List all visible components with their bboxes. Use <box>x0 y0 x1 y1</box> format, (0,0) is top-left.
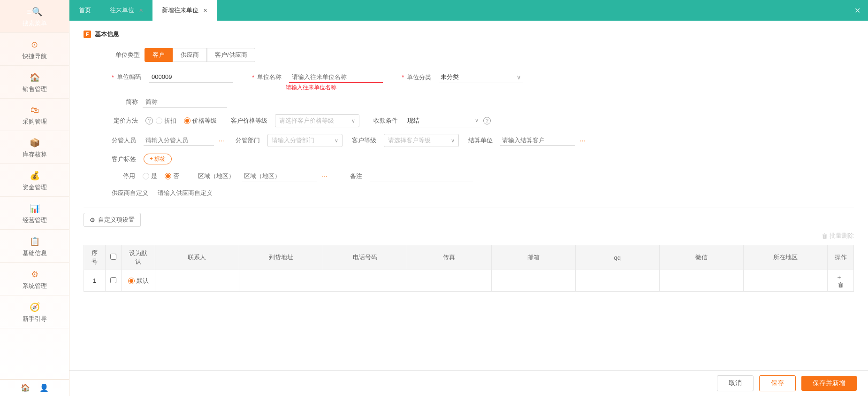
settlement-field: 结算单位 ··· <box>468 135 587 146</box>
pricing-level-circle <box>184 117 190 124</box>
sidebar-item-guide[interactable]: 🧭 新手引导 <box>0 295 69 328</box>
sidebar-item-search[interactable]: ≡🔍 搜索菜单 <box>0 0 69 33</box>
row-seq: 1 <box>84 270 106 292</box>
disabled-row: 停用 是 否 区域（地区） <box>112 171 854 181</box>
short-name-row: 简称 <box>112 96 854 108</box>
disabled-field: 停用 是 否 <box>112 172 179 180</box>
sidebar-item-inventory[interactable]: 📦 库存核算 <box>0 131 69 164</box>
payment-label: 收款条件 <box>373 116 403 125</box>
tab-partners-close[interactable]: ✕ <box>139 8 143 14</box>
supplier-custom-label: 供应商自定义 <box>112 189 153 197</box>
sidebar-item-purchase[interactable]: 🛍 采购管理 <box>0 99 69 131</box>
manager-ellipsis[interactable]: ··· <box>217 137 226 144</box>
row-qq[interactable] <box>575 270 659 292</box>
close-all-tabs[interactable]: ✕ <box>847 6 868 15</box>
col-contact: 联系人 <box>155 245 239 270</box>
region-ellipsis[interactable]: ··· <box>320 172 329 180</box>
unit-type-label: 单位类型 <box>112 51 145 59</box>
cancel-button[interactable]: 取消 <box>717 375 754 391</box>
unit-category-chevron[interactable]: ∨ <box>517 74 521 81</box>
user-icon[interactable]: 👤 <box>39 383 49 392</box>
row-fax[interactable] <box>407 270 491 292</box>
sidebar-item-finance[interactable]: 💰 资金管理 <box>0 164 69 197</box>
region-row-input[interactable] <box>748 277 822 284</box>
sidebar-item-quick-nav[interactable]: ⊙ 快捷导航 <box>0 33 69 66</box>
select-all-checkbox[interactable] <box>110 254 116 260</box>
manager-input[interactable] <box>144 135 226 145</box>
pricing-discount-radio[interactable]: 折扣 <box>156 116 176 125</box>
short-name-input[interactable] <box>143 96 227 108</box>
row-phone[interactable] <box>323 270 407 292</box>
row-actions[interactable]: ＋ 🗑 <box>828 270 854 292</box>
payment-chevron[interactable]: ∨ <box>475 117 479 124</box>
row-contact[interactable] <box>155 270 239 292</box>
sidebar-item-system[interactable]: ⚙ 系统管理 <box>0 263 69 295</box>
price-level-placeholder: 请选择客户价格等级 <box>279 116 334 125</box>
cust-level-label: 客户等级 <box>352 136 381 145</box>
row-checkbox[interactable] <box>106 270 122 292</box>
payment-help-icon[interactable]: ? <box>483 117 491 124</box>
pricing-row: 定价方法 ? 折扣 价格等级 客户价格等级 <box>112 114 854 127</box>
unit-type-both[interactable]: 客户/供应商 <box>207 48 255 62</box>
manager-label: 分管人员 <box>112 136 141 145</box>
disabled-no-radio[interactable]: 否 <box>165 172 179 180</box>
tab-home[interactable]: 首页 <box>69 0 100 21</box>
contact-input[interactable] <box>160 277 234 284</box>
cust-level-chevron[interactable]: ∨ <box>451 138 455 144</box>
tab-new-partner-close[interactable]: ✕ <box>203 8 207 14</box>
home-bottom-icon[interactable]: 🏠 <box>21 383 30 392</box>
settlement-label: 结算单位 <box>468 136 497 145</box>
pricing-level-radio[interactable]: 价格等级 <box>184 116 217 125</box>
disabled-label: 停用 <box>112 172 140 180</box>
disabled-yes-radio[interactable]: 是 <box>143 172 157 180</box>
save-button[interactable]: 保存 <box>759 375 796 391</box>
finance-icon: 💰 <box>30 171 40 181</box>
qq-input[interactable] <box>580 277 655 284</box>
settlement-ellipsis[interactable]: ··· <box>578 137 587 144</box>
add-tag-button[interactable]: + 标签 <box>144 154 172 164</box>
row-wechat[interactable] <box>659 270 743 292</box>
dept-chevron[interactable]: ∨ <box>335 138 338 144</box>
unit-type-supplier[interactable]: 供应商 <box>173 48 207 62</box>
unit-type-customer[interactable]: 客户 <box>145 48 173 62</box>
row-checkbox-input[interactable] <box>110 277 116 283</box>
region-field: 区域（地区） ··· <box>198 171 329 181</box>
fax-input[interactable] <box>412 277 486 284</box>
email-input[interactable] <box>496 277 571 284</box>
tab-new-partner[interactable]: 新增往来单位 ✕ <box>152 0 217 21</box>
col-checkbox[interactable] <box>106 245 122 270</box>
unit-code-input[interactable] <box>149 71 233 83</box>
tab-partners[interactable]: 往来单位 ✕ <box>100 0 152 21</box>
pricing-help-icon[interactable]: ? <box>145 117 153 124</box>
wechat-input[interactable] <box>664 277 739 284</box>
supplier-custom-input[interactable] <box>156 188 250 198</box>
save-new-button[interactable]: 保存并新增 <box>801 376 857 391</box>
price-level-chevron[interactable]: ∨ <box>351 118 355 124</box>
note-input[interactable] <box>370 171 473 181</box>
disabled-no-circle <box>165 173 171 179</box>
row-address[interactable] <box>239 270 323 292</box>
col-default: 设为默认 <box>122 245 155 270</box>
region-label: 区域（地区） <box>198 172 239 180</box>
default-radio[interactable]: 默认 <box>126 277 150 285</box>
delete-row-icon[interactable]: 🗑 <box>838 281 844 288</box>
region-input[interactable] <box>242 171 325 181</box>
sidebar-item-sales[interactable]: 🏠 销售管理 <box>0 66 69 99</box>
settlement-input[interactable] <box>500 135 583 145</box>
sidebar: ≡🔍 搜索菜单 ⊙ 快捷导航 🏠 销售管理 🛍 采购管理 📦 库存核算 💰 资金… <box>0 0 69 396</box>
unit-name-input[interactable] <box>289 71 383 83</box>
row-default[interactable]: 默认 <box>122 270 155 292</box>
batch-delete-label[interactable]: 批量删除 <box>830 232 854 240</box>
unit-name-label: 单位名称 <box>257 73 286 81</box>
sidebar-item-ops[interactable]: 📊 经营管理 <box>0 197 69 230</box>
sidebar-item-base[interactable]: 📋 基础信息 <box>0 230 69 263</box>
price-level-label: 客户价格等级 <box>231 116 272 125</box>
unit-type-group: 客户 供应商 客户/供应商 <box>145 48 255 62</box>
phone-input[interactable] <box>328 277 402 284</box>
pricing-label: 定价方法 <box>112 116 143 125</box>
custom-settings-button[interactable]: ⚙ 自定义项设置 <box>84 213 141 227</box>
address-input[interactable] <box>244 277 318 284</box>
row-email[interactable] <box>491 270 575 292</box>
row-region[interactable] <box>744 270 828 292</box>
add-row-icon[interactable]: ＋ <box>836 273 842 280</box>
